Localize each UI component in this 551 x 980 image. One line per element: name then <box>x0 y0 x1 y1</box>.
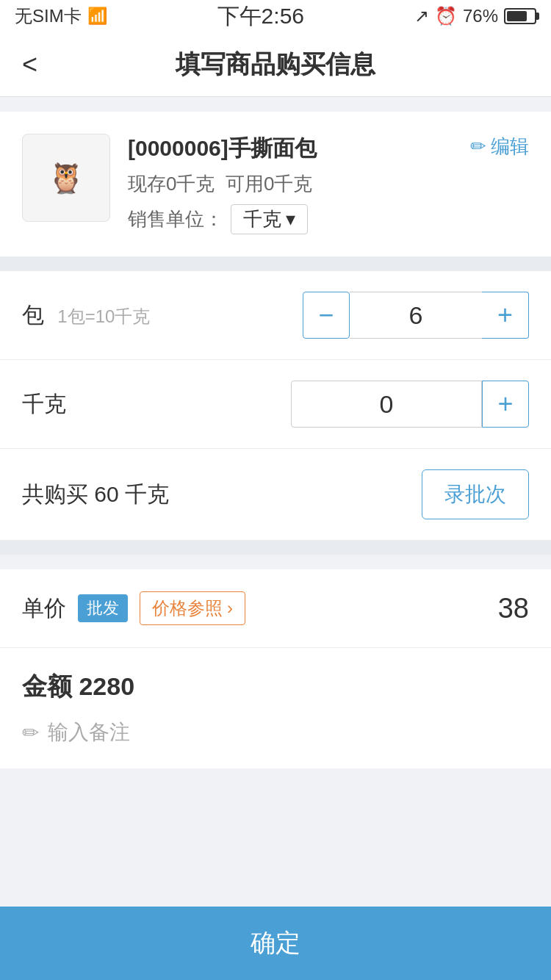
price-label: 单价 <box>22 594 66 624</box>
page-title: 填写商品购买信息 <box>176 48 375 82</box>
wifi-icon: 📶 <box>87 7 107 26</box>
package-label: 包 1包=10千克 <box>22 300 303 331</box>
package-section: 包 1包=10千克 − + 千克 + <box>0 271 551 449</box>
chevron-down-icon: ▾ <box>286 208 295 231</box>
nav-bar: < 填写商品购买信息 <box>0 32 551 97</box>
product-stock: 现存0千克 可用0千克 <box>128 171 529 197</box>
chevron-right-icon: › <box>227 598 233 619</box>
batch-button[interactable]: 录批次 <box>422 469 529 519</box>
kilogram-row: 千克 + <box>0 360 551 449</box>
summary-row: 共购买 60 千克 录批次 <box>0 449 551 540</box>
status-right: ↗ ⏰ 76% <box>414 6 536 26</box>
battery-percent: 76% <box>463 6 498 26</box>
status-bar: 无SIM卡 📶 下午2:56 ↗ ⏰ 76% <box>0 0 551 32</box>
back-button[interactable]: < <box>22 49 37 80</box>
kilogram-label: 千克 <box>22 389 291 419</box>
product-name: [0000006]手撕面包 <box>128 134 529 164</box>
price-ref-label: 价格参照 <box>152 597 223 620</box>
package-row: 包 1包=10千克 − + <box>0 271 551 360</box>
confirm-button[interactable]: 确定 <box>0 907 551 980</box>
product-unit: 销售单位： 千克 ▾ <box>128 204 529 234</box>
price-value: 38 <box>498 593 529 624</box>
edit-label: 编辑 <box>491 134 529 159</box>
product-logo: 🦉 <box>48 161 84 195</box>
edit-icon: ✏ <box>470 135 486 158</box>
package-quantity-control: − + <box>303 292 529 339</box>
kilogram-quantity-control: + <box>291 381 529 428</box>
package-quantity-input[interactable] <box>350 292 482 339</box>
amount-value: 2280 <box>79 672 134 700</box>
kilogram-increment-button[interactable]: + <box>482 381 529 428</box>
amount-section: 金额 2280 ✏ 输入备注 <box>0 648 551 768</box>
package-decrement-button[interactable]: − <box>303 292 350 339</box>
unit-selector[interactable]: 千克 ▾ <box>231 204 308 234</box>
note-edit-icon: ✏ <box>22 721 39 745</box>
divider-1 <box>0 256 551 271</box>
divider-2 <box>0 540 551 555</box>
price-reference-button[interactable]: 价格参照 › <box>140 591 245 625</box>
kilogram-quantity-input[interactable] <box>291 381 482 428</box>
price-section: 单价 批发 价格参照 › 38 <box>0 569 551 648</box>
note-row[interactable]: ✏ 输入备注 <box>22 718 529 746</box>
product-card: 🦉 [0000006]手撕面包 现存0千克 可用0千克 销售单位： 千克 ▾ ✏… <box>0 112 551 256</box>
unit-label: 千克 <box>243 206 281 232</box>
package-hint: 1包=10千克 <box>57 306 150 326</box>
product-image: 🦉 <box>22 134 110 222</box>
battery-icon <box>504 8 536 24</box>
package-increment-button[interactable]: + <box>482 292 529 339</box>
status-left: 无SIM卡 📶 <box>15 4 107 28</box>
carrier-text: 无SIM卡 <box>15 4 82 28</box>
alarm-icon: ⏰ <box>435 6 457 26</box>
edit-button[interactable]: ✏ 编辑 <box>470 134 529 159</box>
location-icon: ↗ <box>414 6 429 26</box>
summary-text: 共购买 60 千克 <box>22 480 422 510</box>
amount-row: 金额 2280 <box>22 670 529 704</box>
product-info: [0000006]手撕面包 现存0千克 可用0千克 销售单位： 千克 ▾ <box>128 134 529 234</box>
time-display: 下午2:56 <box>217 1 304 32</box>
price-type-tag: 批发 <box>78 594 128 622</box>
note-placeholder: 输入备注 <box>48 718 130 746</box>
amount-label: 金额 <box>22 672 79 700</box>
